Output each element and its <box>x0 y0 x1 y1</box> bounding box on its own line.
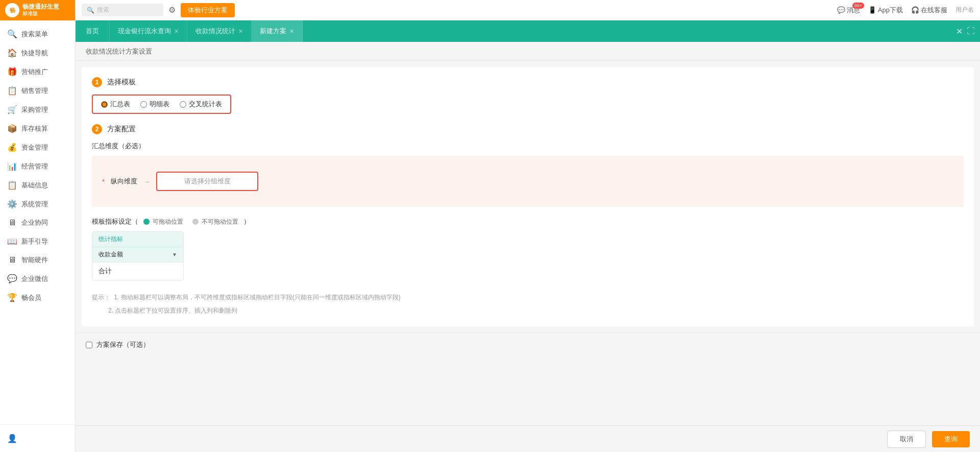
tab-receipt-stats-label: 收款情况统计 <box>195 27 235 36</box>
notif-badge: 99+ <box>852 3 864 9</box>
sidebar-item-operation[interactable]: 📊 经营管理 <box>0 157 75 176</box>
sidebar-item-hardware[interactable]: 🖥 智能硬件 <box>0 251 75 269</box>
tabbar: 首页 现金银行流水查询 ✕ 收款情况统计 ✕ 新建方案 ✕ ✕ ⛶ <box>76 20 980 42</box>
section2-title: 方案配置 <box>107 125 136 134</box>
sidebar-item-extra1[interactable]: 👤 <box>0 429 75 448</box>
operation-icon: 📊 <box>7 161 17 171</box>
sidebar-item-sales[interactable]: 📋 销售管理 <box>0 81 75 100</box>
sidebar-item-search[interactable]: 🔍 搜索菜单 <box>0 25 75 43</box>
logo-title: 畅捷通好生意 <box>22 3 59 10</box>
sidebar-item-label: 企业微信 <box>21 274 48 283</box>
option-summary-label: 汇总表 <box>110 100 130 109</box>
chevron-down-icon[interactable]: ▼ <box>172 252 177 257</box>
radio-summary[interactable] <box>101 101 108 108</box>
toggle-draggable: 可拖动位置 <box>143 218 183 226</box>
tip-prefix: 提示： 1. 拖动标题栏可以调整布局，不可跨维度或指标区域拖动栏目字段(只能在同… <box>92 292 964 303</box>
sidebar-nav: 🔍 搜索菜单 🏠 快捷导航 🎁 营销推广 📋 销售管理 🛒 采购管理 📦 库存核… <box>0 20 75 424</box>
tab-receipt-stats-close[interactable]: ✕ <box>238 28 243 35</box>
radio-detail[interactable] <box>140 101 147 108</box>
marketing-icon: 🎁 <box>7 67 17 77</box>
option-summary[interactable]: 汇总表 <box>101 100 130 109</box>
tip2-text: 2. 点击标题栏下拉可设置排序、插入列和删除列 <box>108 307 237 314</box>
tab-expand-icon[interactable]: ⛶ <box>967 27 975 36</box>
sidebar-item-label: 新手引导 <box>21 237 48 246</box>
section1-header: 1 选择模板 <box>92 77 964 87</box>
dimension-selector[interactable]: 请选择分组维度 <box>156 172 258 191</box>
cancel-button[interactable]: 取消 <box>887 431 926 448</box>
tip2: 2. 点击标题栏下拉可设置排序、插入列和删除列 <box>92 305 964 317</box>
tab-cash-flow[interactable]: 现金银行流水查询 ✕ <box>110 20 187 42</box>
hardware-icon: 🖥 <box>7 255 17 265</box>
indicator-settings: 模板指标设定（ 可拖动位置 不可拖动位置 ） 统计指标 收款金额 <box>92 217 964 282</box>
indicator-col-header[interactable]: 收款金额 ▼ <box>92 247 183 263</box>
dimension-label: 汇总维度（必选） <box>92 141 964 151</box>
section2-header: 2 方案配置 <box>92 124 964 134</box>
required-mark: * <box>102 178 105 185</box>
inventory-icon: 📦 <box>7 124 17 133</box>
sidebar-item-collab[interactable]: 🖥 企业协同 <box>0 213 75 232</box>
tip-section: 提示： 1. 拖动标题栏可以调整布局，不可跨维度或指标区域拖动栏目字段(只能在同… <box>92 292 964 316</box>
page-title: 收款情况统计方案设置 <box>76 42 980 61</box>
industry-btn[interactable]: 体验行业方案 <box>181 3 235 17</box>
radio-cross[interactable] <box>180 101 186 108</box>
logo-icon: 畅 <box>5 3 19 17</box>
sidebar-item-purchase[interactable]: 🛒 采购管理 <box>0 100 75 119</box>
tab-close-icon[interactable]: ✕ <box>956 27 963 36</box>
gear-button[interactable]: ⚙ <box>168 5 176 15</box>
sidebar-item-basic[interactable]: 📋 基础信息 <box>0 176 75 195</box>
user-name: 用户名 <box>955 6 974 14</box>
indicator-table: 统计指标 收款金额 ▼ 合计 <box>92 231 184 280</box>
tab-new-plan[interactable]: 新建方案 ✕ <box>252 20 303 42</box>
search-icon: 🔍 <box>7 29 17 39</box>
query-button[interactable]: 查询 <box>932 431 970 447</box>
message-btn[interactable]: 💬 消息 99+ <box>837 6 860 15</box>
col-header-label: 收款金额 <box>99 250 123 259</box>
service-label: 在线客服 <box>921 6 947 15</box>
sidebar-item-label: 企业协同 <box>21 218 48 227</box>
guide-icon: 📖 <box>7 236 17 246</box>
save-section: 方案保存（可选） <box>76 332 980 356</box>
sidebar-item-finance[interactable]: 💰 资金管理 <box>0 138 75 157</box>
dimension-area: * 纵向维度 → 请选择分组维度 <box>92 156 964 207</box>
topbar-actions: 💬 消息 99+ 📱 App下载 🎧 在线客服 用户名 <box>837 6 974 15</box>
save-checkbox[interactable] <box>86 342 92 348</box>
tab-receipt-stats[interactable]: 收款情况统计 ✕ <box>187 20 252 42</box>
search-box[interactable]: 🔍 搜索 <box>82 4 163 16</box>
sidebar-item-guide[interactable]: 📖 新手引导 <box>0 232 75 251</box>
sidebar-item-label: 库存核算 <box>21 124 48 133</box>
app-icon: 📱 <box>868 6 876 14</box>
sidebar: 畅 畅捷通好生意 标准版 🔍 搜索菜单 🏠 快捷导航 🎁 营销推广 📋 销售管理… <box>0 0 76 452</box>
app-download-btn[interactable]: 📱 App下载 <box>868 6 903 15</box>
tip-label: 提示： <box>92 294 110 301</box>
option-detail[interactable]: 明细表 <box>140 100 169 109</box>
tab-cash-flow-close[interactable]: ✕ <box>174 28 179 35</box>
sidebar-item-nav[interactable]: 🏠 快捷导航 <box>0 43 75 62</box>
option-cross[interactable]: 交叉统计表 <box>180 100 222 109</box>
template-select-row: 汇总表 明细表 交叉统计表 <box>92 94 231 114</box>
tab-new-plan-close[interactable]: ✕ <box>289 28 294 35</box>
tip1-text: 1. 拖动标题栏可以调整布局，不可跨维度或指标区域拖动栏目字段(只能在同一维度或… <box>114 294 400 301</box>
sidebar-item-label: 快捷导航 <box>21 49 48 58</box>
undraggable-label: 不可拖动位置 <box>202 218 238 226</box>
sidebar-item-inventory[interactable]: 📦 库存核算 <box>0 119 75 138</box>
sidebar-item-marketing[interactable]: 🎁 营销推广 <box>0 62 75 81</box>
sidebar-item-label: 采购管理 <box>21 105 48 114</box>
sidebar-item-label: 搜索菜单 <box>21 30 48 39</box>
message-icon: 💬 <box>837 6 845 14</box>
sidebar-item-label: 畅会员 <box>21 293 41 302</box>
online-service-btn[interactable]: 🎧 在线客服 <box>911 6 947 15</box>
wechat-icon: 💬 <box>7 274 17 283</box>
sidebar-item-member[interactable]: 🏆 畅会员 <box>0 288 75 307</box>
extra1-icon: 👤 <box>7 434 17 443</box>
indicator-category: 统计指标 <box>92 232 183 247</box>
sidebar-item-system[interactable]: ⚙️ 系统管理 <box>0 195 75 213</box>
tabbar-right: ✕ ⛶ <box>956 20 980 42</box>
content-area: 收款情况统计方案设置 1 选择模板 汇总表 明细表 交叉统计 <box>76 42 980 425</box>
sidebar-item-label: 经营管理 <box>21 162 48 171</box>
tab-home[interactable]: 首页 <box>76 20 110 42</box>
tab-home-label: 首页 <box>86 27 99 36</box>
sidebar-item-wechat[interactable]: 💬 企业微信 <box>0 269 75 288</box>
search-icon-topbar: 🔍 <box>87 7 94 14</box>
app-label: App下载 <box>878 6 903 15</box>
collab-icon: 🖥 <box>7 218 17 227</box>
